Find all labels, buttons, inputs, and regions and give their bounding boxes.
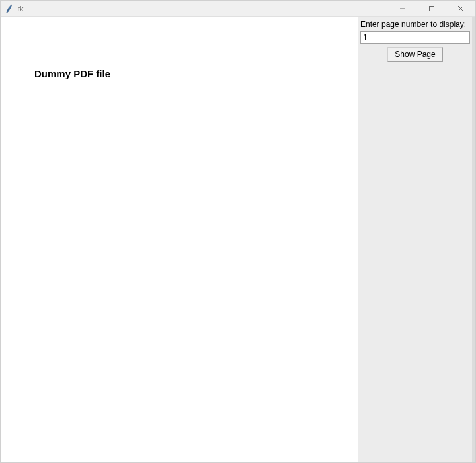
window-title: tk	[18, 5, 388, 13]
pdf-viewer: Dummy PDF file	[1, 17, 358, 462]
minimize-button[interactable]	[388, 1, 417, 16]
titlebar[interactable]: tk	[1, 1, 475, 17]
maximize-button[interactable]	[417, 1, 446, 16]
sidebar-panel: Enter page number to display: Show Page	[358, 17, 472, 462]
show-page-button[interactable]: Show Page	[387, 47, 442, 62]
app-window: tk Dummy PDF file	[0, 0, 476, 463]
svg-rect-2	[430, 6, 434, 11]
content-area: Dummy PDF file Enter page number to disp…	[1, 17, 475, 462]
feather-icon	[5, 4, 14, 13]
close-button[interactable]	[446, 1, 475, 16]
page-number-label: Enter page number to display:	[360, 19, 470, 30]
close-icon	[457, 5, 464, 12]
minimize-icon	[399, 5, 406, 12]
maximize-icon	[428, 5, 435, 12]
vertical-scrollbar[interactable]	[472, 17, 475, 462]
titlebar-controls	[388, 1, 475, 16]
pdf-content-text: Dummy PDF file	[34, 68, 110, 79]
page-number-input[interactable]	[360, 31, 470, 44]
